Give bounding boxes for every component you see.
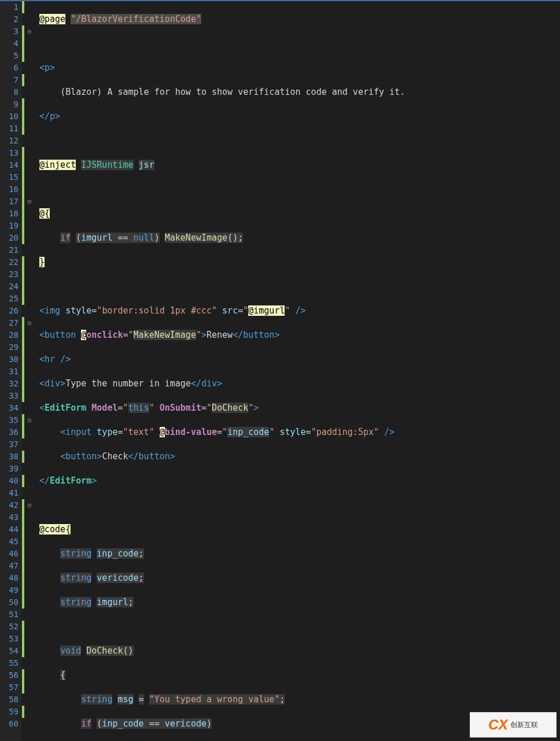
- line-number: 4: [2, 38, 19, 50]
- fold-toggle: [24, 232, 35, 244]
- line-number: 55: [2, 657, 19, 669]
- line-number: 17: [2, 196, 19, 208]
- line-number: 51: [2, 609, 19, 621]
- fold-toggle: [24, 244, 35, 256]
- line-number: 58: [2, 694, 19, 706]
- fold-toggle: [24, 110, 35, 123]
- line-number: 60: [2, 718, 19, 730]
- fold-toggle[interactable]: ⊟: [24, 196, 35, 208]
- line-number: 16: [2, 183, 19, 196]
- line-number: 36: [2, 426, 19, 438]
- fold-toggle: [24, 451, 35, 463]
- line-number: 57: [2, 681, 19, 694]
- line-number: 41: [2, 487, 19, 499]
- fold-toggle: [24, 402, 35, 414]
- line-number: 13: [2, 147, 19, 159]
- line-number: 37: [2, 438, 19, 451]
- line-number: 6: [2, 62, 19, 74]
- description-text: (Blazor) A sample for how to show verifi…: [60, 87, 405, 97]
- code-editor[interactable]: 1234567891011121314151617181920212223242…: [0, 0, 560, 741]
- line-number: 47: [2, 560, 19, 572]
- fold-toggle: [24, 621, 35, 633]
- line-number: 46: [2, 548, 19, 560]
- fold-toggle: [24, 50, 35, 62]
- fold-toggle: [24, 438, 35, 451]
- fold-toggle[interactable]: ⊟: [24, 25, 35, 38]
- line-number: 50: [2, 596, 19, 609]
- line-number: 32: [2, 378, 19, 390]
- line-number: 24: [2, 281, 19, 293]
- line-number: 26: [2, 305, 19, 317]
- line-number: 22: [2, 256, 19, 268]
- fold-toggle: [24, 511, 35, 524]
- line-number: 2: [2, 13, 19, 25]
- fold-toggle: [24, 487, 35, 499]
- fold-toggle: [24, 548, 35, 560]
- fold-toggle[interactable]: ⊟: [24, 414, 35, 426]
- fold-toggle: [24, 268, 35, 281]
- line-number: 30: [2, 353, 19, 366]
- line-number: 48: [2, 572, 19, 584]
- fold-toggle: [24, 390, 35, 402]
- fold-toggle: [24, 74, 35, 86]
- line-number: 20: [2, 232, 19, 244]
- line-number: 59: [2, 706, 19, 718]
- fold-toggle[interactable]: ⊟: [24, 317, 35, 329]
- line-number: 12: [2, 135, 19, 147]
- line-number: 43: [2, 511, 19, 524]
- fold-toggle: [24, 572, 35, 584]
- fold-toggle: [24, 353, 35, 366]
- line-number: 21: [2, 244, 19, 256]
- fold-toggle: [24, 293, 35, 305]
- line-number: 53: [2, 633, 19, 645]
- line-number-gutter: 1234567891011121314151617181920212223242…: [0, 1, 22, 741]
- line-number: 5: [2, 50, 19, 62]
- line-number: 3: [2, 25, 19, 38]
- fold-toggle: [24, 657, 35, 669]
- fold-toggle: [24, 1, 35, 13]
- fold-toggle: [24, 426, 35, 438]
- line-number: 28: [2, 329, 19, 341]
- fold-toggle: [24, 220, 35, 232]
- fold-toggle: [24, 98, 35, 110]
- line-number: 44: [2, 524, 19, 536]
- line-number: 1: [2, 1, 19, 13]
- line-number: 14: [2, 159, 19, 171]
- line-number: 35: [2, 414, 19, 426]
- line-number: 56: [2, 669, 19, 681]
- fold-toggle: [24, 183, 35, 196]
- line-number: 40: [2, 475, 19, 487]
- line-number: 8: [2, 86, 19, 98]
- fold-toggle: [24, 694, 35, 706]
- fold-toggle: [24, 536, 35, 548]
- fold-toggle: [24, 718, 35, 730]
- fold-toggle: [24, 159, 35, 171]
- watermark-logo: CX创新互联: [470, 712, 557, 738]
- fold-toggle: [24, 681, 35, 694]
- code-area[interactable]: @page "/BlazorVerificationCode" <p> (Bla…: [35, 1, 560, 741]
- fold-toggle: [24, 86, 35, 98]
- fold-toggle: [24, 475, 35, 487]
- directive-page: @page: [39, 14, 65, 24]
- line-number: 19: [2, 220, 19, 232]
- line-number: 15: [2, 171, 19, 183]
- line-number: 33: [2, 390, 19, 402]
- fold-toggle: [24, 171, 35, 183]
- line-number: 39: [2, 463, 19, 475]
- fold-toggle[interactable]: ⊟: [24, 499, 35, 511]
- line-number: 42: [2, 499, 19, 511]
- line-number: 27: [2, 317, 19, 329]
- fold-toggle: [24, 463, 35, 475]
- line-number: 29: [2, 341, 19, 353]
- fold-toggle: [24, 305, 35, 317]
- line-number: 9: [2, 98, 19, 110]
- fold-toggle: [24, 706, 35, 718]
- line-number: 54: [2, 645, 19, 657]
- fold-gutter[interactable]: ⊟⊟⊟⊟⊟: [24, 1, 35, 741]
- fold-toggle: [24, 135, 35, 147]
- line-number: 34: [2, 402, 19, 414]
- fold-toggle: [24, 596, 35, 609]
- line-number: 31: [2, 366, 19, 378]
- line-number: 23: [2, 268, 19, 281]
- fold-toggle: [24, 560, 35, 572]
